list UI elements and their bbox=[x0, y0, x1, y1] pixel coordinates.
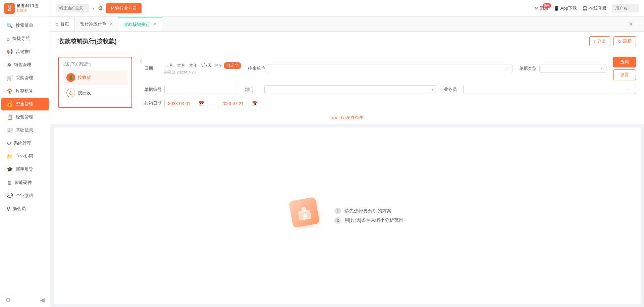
brand-selector[interactable]: 畅捷通好生意 bbox=[56, 4, 89, 12]
chevron-up-icon: ∧∧ bbox=[331, 115, 337, 120]
sidebar-item-search[interactable]: 🔍 搜索菜单 bbox=[1, 19, 49, 32]
member-icon: V bbox=[7, 206, 10, 212]
date-tab-7days[interactable]: 近7天 bbox=[200, 62, 213, 69]
doc-no-input[interactable] bbox=[164, 85, 238, 94]
inventory-icon: 🏠 bbox=[7, 88, 13, 94]
empty-box-icon bbox=[289, 197, 320, 228]
close-collection-tab-icon[interactable]: ✕ bbox=[153, 22, 156, 27]
doc-type-select[interactable]: ▾ bbox=[539, 64, 606, 73]
doc-type-field: 单据类型 ▾ bbox=[519, 64, 606, 73]
doc-type-label: 单据类型 bbox=[519, 65, 537, 71]
settings-icon[interactable]: ⚙ bbox=[5, 296, 11, 304]
verify-date-start-input[interactable]: 2023-03-01 📅 bbox=[164, 99, 208, 108]
online-service-button[interactable]: 🎧 在线客服 bbox=[582, 5, 606, 11]
sidebar-item-system[interactable]: ⚙ 系统管理 bbox=[1, 137, 49, 150]
calendar-end-icon[interactable]: 📅 bbox=[252, 101, 258, 106]
staff-label: 业务员 bbox=[444, 87, 461, 93]
empty-text: 1 请先选择要分析的方案 2 用[过滤]条件来缩小分析范围 bbox=[334, 208, 404, 224]
main-area: 畅捷通好生意 ▾ ⚙ 体验行业方案 ✉ 消息 99+ 📱 App下载 🎧 在线客… bbox=[50, 0, 644, 307]
verify-date-end-input[interactable]: 2023-07-21 📅 bbox=[218, 99, 261, 108]
filter-fields: 日期 上月 本月 本年 近7天 更多 自定义 不限 至 2023-07-26 bbox=[144, 57, 636, 108]
receivable-option-label: 按应收 bbox=[78, 90, 91, 96]
expand-tab-button[interactable]: ⛶ bbox=[636, 21, 641, 27]
sidebar: 🐰 畅捷通好生意 标准版 🔍 搜索菜单 ⌂ 快捷导航 📢 营销推广 ◎ 销售管理… bbox=[0, 0, 50, 307]
receivable-option-icon: ⏱ bbox=[66, 89, 75, 97]
date-tab-custom[interactable]: 自定义 bbox=[224, 62, 241, 69]
staff-dots-icon: ··· bbox=[627, 87, 632, 92]
tabbar-actions: ✕ ⛶ bbox=[625, 17, 644, 31]
collapse-more-button[interactable]: ∧∧ 收起更多条件 bbox=[331, 115, 363, 120]
export-button[interactable]: ↑ 导出 bbox=[589, 36, 610, 46]
filter-by-receipt-option[interactable]: 💲 按收款 bbox=[63, 70, 127, 85]
message-icon: ✉ bbox=[535, 6, 538, 11]
purchase-icon: 🛒 bbox=[7, 75, 13, 81]
date-tab-this-year[interactable]: 本年 bbox=[188, 62, 199, 69]
receipt-option-label: 按收款 bbox=[78, 74, 91, 81]
counterpart-dots-icon: ··· bbox=[503, 66, 509, 71]
refresh-button[interactable]: ↻ 刷新 bbox=[613, 36, 636, 46]
filter-by-receivable-option[interactable]: ⏱ 按应收 bbox=[63, 86, 127, 100]
topbar-gear-icon[interactable]: ⚙ bbox=[98, 5, 103, 11]
doc-no-field: 单据编号 bbox=[144, 85, 238, 94]
verify-date-label: 核销日期 bbox=[144, 100, 162, 106]
guide-icon: 🎓 bbox=[7, 166, 13, 172]
tab-collection[interactable]: 收款核销执行 ✕ bbox=[118, 17, 162, 31]
close-prepay-tab-icon[interactable]: ✕ bbox=[110, 22, 113, 26]
sidebar-item-inventory[interactable]: 🏠 库存核算 bbox=[1, 85, 49, 97]
sidebar-item-fund[interactable]: 💰 资金管理 bbox=[1, 98, 49, 110]
sidebar-nav: 🔍 搜索菜单 ⌂ 快捷导航 📢 营销推广 ◎ 销售管理 🛒 采购管理 🏠 库存核… bbox=[0, 17, 50, 293]
date-tab-more[interactable]: 更多 bbox=[214, 63, 222, 68]
date-range-separator: — bbox=[211, 101, 215, 106]
date-tab-this-month[interactable]: 本月 bbox=[176, 62, 186, 69]
tab-home[interactable]: ⌂ 首页 bbox=[50, 17, 75, 31]
collapse-sidebar-icon[interactable]: ◀ bbox=[40, 296, 45, 304]
query-button[interactable]: 查询 bbox=[613, 57, 636, 67]
date-field: 日期 上月 本月 本年 近7天 更多 自定义 不限 至 2023-07-26 bbox=[144, 62, 241, 75]
system-icon: ⚙ bbox=[7, 140, 11, 146]
sidebar-item-purchase[interactable]: 🛒 采购管理 bbox=[1, 71, 49, 84]
content-area: 收款核销执行(按收款) ↑ 导出 ↻ 刷新 按以下方案查询 💲 按收款 bbox=[50, 32, 644, 307]
user-profile[interactable]: 用户名 bbox=[612, 4, 639, 12]
headset-icon: 🎧 bbox=[582, 6, 588, 11]
tab-prepay[interactable]: 预付冲应付单 ✕ bbox=[75, 17, 118, 31]
staff-field: 业务员 ··· bbox=[444, 85, 636, 94]
date-tabs: 上月 本月 本年 近7天 更多 自定义 bbox=[164, 62, 241, 69]
counterpart-input[interactable]: ··· bbox=[268, 64, 513, 73]
sidebar-item-marketing[interactable]: 📢 营销推广 bbox=[1, 45, 49, 58]
sidebar-item-wechat[interactable]: 💬 企业微信 bbox=[1, 189, 49, 202]
refresh-icon: ↻ bbox=[618, 39, 622, 44]
marketing-icon: 📢 bbox=[7, 49, 13, 55]
sidebar-item-hardware[interactable]: 🖥 智能硬件 bbox=[1, 176, 49, 189]
sidebar-item-guide[interactable]: 🎓 新手引导 bbox=[1, 163, 49, 176]
sidebar-item-operations[interactable]: 📋 经营管理 bbox=[1, 111, 49, 123]
messages-button[interactable]: ✉ 消息 99+ bbox=[535, 5, 548, 11]
verify-date-field: 核销日期 2023-03-01 📅 — 2023-07-21 📅 bbox=[144, 99, 261, 108]
filter-row-2: 单据编号 部门 ▾ 业务员 ··· bbox=[144, 85, 636, 94]
sidebar-item-enterprise[interactable]: 📁 企业协同 bbox=[1, 150, 49, 163]
department-select[interactable]: ▾ bbox=[264, 85, 437, 94]
close-tab-button[interactable]: ✕ bbox=[629, 21, 633, 27]
sidebar-item-sales[interactable]: ◎ 销售管理 bbox=[1, 58, 49, 71]
sidebar-item-basic-info[interactable]: 📰 基础信息 bbox=[1, 124, 49, 137]
staff-input[interactable]: ··· bbox=[463, 85, 636, 94]
empty-step-2: 2 用[过滤]条件来缩小分析范围 bbox=[334, 217, 404, 224]
filter-collapse-button[interactable]: 《 bbox=[138, 57, 144, 108]
hardware-icon: 🖥 bbox=[7, 180, 12, 186]
settings-button[interactable]: 设置 bbox=[613, 69, 636, 80]
wechat-icon: 💬 bbox=[7, 193, 13, 199]
sidebar-item-quick-nav[interactable]: ⌂ 快捷导航 bbox=[1, 32, 49, 45]
app-download-button[interactable]: 📱 App下载 bbox=[554, 5, 577, 11]
solution-button[interactable]: 体验行业方案 bbox=[106, 3, 142, 13]
counterpart-field: 往来单位 ··· bbox=[248, 64, 513, 73]
empty-illustration bbox=[291, 199, 324, 233]
page-header: 收款核销执行(按收款) ↑ 导出 ↻ 刷新 bbox=[50, 32, 644, 51]
sidebar-item-member[interactable]: V 畅会员 bbox=[1, 202, 49, 215]
logo-text: 畅捷通好生意 标准版 bbox=[17, 3, 39, 13]
filter-scheme-selector: 按以下方案查询 💲 按收款 ⏱ 按应收 bbox=[58, 57, 132, 108]
department-label: 部门 bbox=[245, 87, 262, 93]
calendar-start-icon[interactable]: 📅 bbox=[199, 101, 204, 106]
doc-no-label: 单据编号 bbox=[144, 87, 162, 93]
date-tab-last-month[interactable]: 上月 bbox=[164, 62, 174, 69]
verify-date-range: 2023-03-01 📅 — 2023-07-21 📅 bbox=[164, 99, 261, 108]
home-icon: ⌂ bbox=[7, 36, 10, 42]
